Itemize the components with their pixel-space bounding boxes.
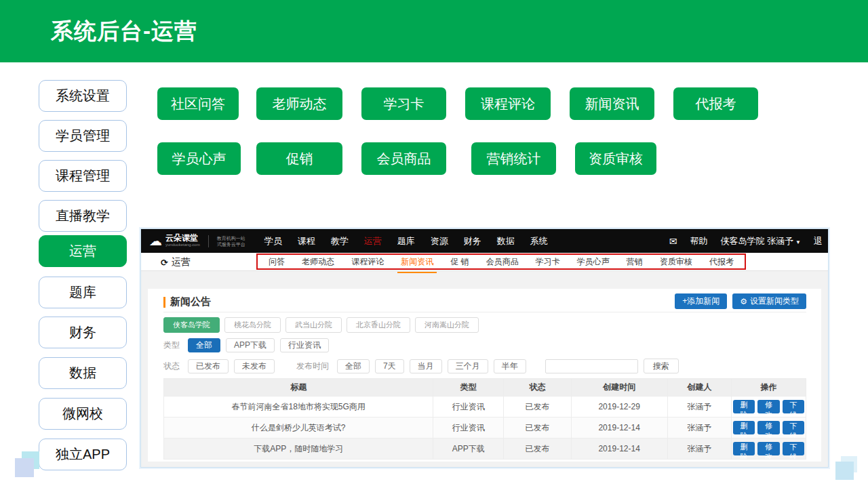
branch-songshan[interactable]: 河南嵩山分院: [415, 317, 479, 333]
offline-button[interactable]: 下线: [783, 421, 804, 434]
add-news-button[interactable]: +添加新闻: [675, 293, 727, 309]
tab-qa[interactable]: 问答: [269, 256, 285, 268]
brand-logo: ☁ 云朵课堂 yunduoketang.com 教育机构一站 式服务云平台: [149, 235, 245, 248]
news-creator: 张涵予: [668, 439, 732, 459]
nav-item-data[interactable]: 数据: [497, 235, 515, 247]
offline-button[interactable]: 下线: [783, 442, 804, 455]
table-row: 春节前河南全省18地市将实现5G商用 行业资讯 已发布 2019-12-29 张…: [164, 396, 806, 418]
cloud-icon: ☁: [149, 235, 162, 247]
mail-icon[interactable]: ✉: [669, 236, 677, 247]
search-input[interactable]: [545, 359, 638, 373]
sidebar-item-system-settings[interactable]: 系统设置: [39, 80, 127, 112]
sidebar-item-student-management[interactable]: 学员管理: [39, 120, 127, 152]
type-all[interactable]: 全部: [188, 338, 220, 352]
sidebar-item-operations[interactable]: 运营: [39, 235, 127, 267]
news-title: 春节前河南全省18地市将实现5G商用: [164, 396, 433, 417]
admin-nav-right: ✉ 帮助 侠客岛学院 张涵予▼ 退: [669, 235, 823, 247]
status-published[interactable]: 已发布: [188, 359, 229, 373]
decor-square-lavender: [15, 458, 34, 477]
table-row: 什么是剑桥少儿英语考试? 行业资讯 已发布 2019-12-14 张涵予 删除 …: [164, 418, 806, 439]
feature-button-marketing-stats[interactable]: 营销统计: [471, 142, 556, 175]
news-type: APP下载: [433, 439, 504, 459]
type-app-download[interactable]: APP下载: [226, 338, 275, 352]
nav-item-system[interactable]: 系统: [530, 235, 548, 247]
news-created: 2019-12-29: [572, 396, 668, 417]
nav-item-courses[interactable]: 课程: [298, 235, 315, 247]
offline-button[interactable]: 下线: [783, 400, 804, 413]
branch-taohuadao[interactable]: 桃花岛分院: [224, 317, 281, 333]
feature-button-study-card[interactable]: 学习卡: [361, 87, 446, 120]
tab-member-products[interactable]: 会员商品: [486, 256, 519, 268]
news-created: 2019-12-14: [572, 418, 668, 438]
section-divider: [163, 312, 806, 312]
col-created: 创建时间: [572, 379, 668, 396]
edit-button[interactable]: 修改: [757, 421, 779, 434]
edit-button[interactable]: 修改: [757, 400, 779, 413]
logo-divider: [208, 235, 209, 247]
feature-button-student-voice[interactable]: 学员心声: [157, 142, 241, 175]
page-header: 系统后台-运营: [0, 0, 868, 62]
nav-item-teaching[interactable]: 教学: [331, 235, 349, 247]
edit-button[interactable]: 修改: [757, 442, 779, 455]
tab-exam-registration[interactable]: 代报考: [709, 256, 734, 268]
nav-item-finance[interactable]: 财务: [464, 235, 481, 247]
feature-button-member-products[interactable]: 会员商品: [361, 142, 446, 175]
type-industry-news[interactable]: 行业资讯: [280, 338, 329, 352]
status-unpublished[interactable]: 未发布: [234, 359, 275, 373]
time-all[interactable]: 全部: [337, 359, 370, 373]
col-status: 状态: [504, 379, 571, 396]
tab-news[interactable]: 新闻资讯: [401, 256, 433, 268]
feature-button-community-qa[interactable]: 社区问答: [157, 87, 239, 120]
news-creator: 张涵予: [668, 418, 732, 438]
feature-button-teacher-updates[interactable]: 老师动态: [256, 87, 342, 120]
section-header: 新闻公告: [163, 296, 211, 308]
news-title: 什么是剑桥少儿英语考试?: [164, 418, 433, 438]
tab-marketing[interactable]: 营销: [627, 256, 643, 268]
tab-qualification-review[interactable]: 资质审核: [660, 256, 692, 268]
time-3-months[interactable]: 三个月: [448, 359, 488, 373]
search-button[interactable]: 搜索: [644, 359, 679, 373]
sidebar-item-course-management[interactable]: 课程管理: [39, 160, 127, 192]
help-link[interactable]: 帮助: [690, 235, 707, 247]
type-filter-row: 类型 全部 APP下载 行业资讯: [163, 338, 329, 352]
branch-xiakedao[interactable]: 侠客岛学院: [163, 317, 220, 333]
nav-item-resources[interactable]: 资源: [431, 235, 448, 247]
news-table: 标题 类型 状态 创建时间 创建人 操作 春节前河南全省18地市将实现5G商用 …: [163, 378, 806, 460]
feature-button-exam-registration[interactable]: 代报考: [673, 87, 758, 120]
set-news-type-button[interactable]: ⚙设置新闻类型: [732, 293, 806, 309]
admin-navbar: ☁ 云朵课堂 yunduoketang.com 教育机构一站 式服务云平台 学员…: [141, 229, 828, 253]
sidebar-item-micro-school[interactable]: 微网校: [39, 398, 127, 430]
time-half-year[interactable]: 半年: [494, 359, 526, 373]
feature-button-promotion[interactable]: 促销: [256, 142, 342, 175]
sidebar-item-standalone-app[interactable]: 独立APP: [39, 439, 127, 470]
tab-teacher-updates[interactable]: 老师动态: [302, 256, 334, 268]
tab-promotion[interactable]: 促 销: [450, 256, 469, 268]
nav-item-question-bank[interactable]: 题库: [397, 235, 415, 247]
col-creator: 创建人: [668, 379, 732, 396]
nav-item-students[interactable]: 学员: [264, 235, 282, 247]
sidebar-item-live-teaching[interactable]: 直播教学: [39, 200, 127, 232]
tab-student-voice[interactable]: 学员心声: [577, 256, 610, 268]
branch-xiangshan[interactable]: 北京香山分院: [347, 317, 410, 333]
tab-course-comments[interactable]: 课程评论: [351, 256, 384, 268]
time-7days[interactable]: 7天: [375, 359, 404, 373]
time-this-month[interactable]: 当月: [410, 359, 442, 373]
feature-button-qualification-review[interactable]: 资质审核: [575, 142, 656, 175]
branch-wudangshan[interactable]: 武当山分院: [285, 317, 342, 333]
feature-button-news[interactable]: 新闻资讯: [570, 87, 654, 120]
sidebar-item-finance[interactable]: 财务: [39, 317, 127, 348]
sidebar-item-question-bank[interactable]: 题库: [39, 277, 127, 308]
account-menu[interactable]: 侠客岛学院 张涵予▼: [720, 235, 801, 247]
nav-item-operations[interactable]: 运营: [364, 235, 382, 247]
col-actions: 操作: [732, 379, 806, 396]
tab-study-card[interactable]: 学习卡: [536, 256, 560, 268]
delete-button[interactable]: 删除: [733, 442, 755, 455]
news-status: 已发布: [504, 396, 571, 417]
logout-link[interactable]: 退: [814, 235, 823, 247]
status-filter-row: 状态 已发布 未发布 发布时间 全部 7天 当月 三个月 半年 搜索: [163, 359, 679, 373]
sidebar-item-data[interactable]: 数据: [39, 357, 127, 389]
delete-button[interactable]: 删除: [733, 421, 755, 434]
feature-button-course-comments[interactable]: 课程评论: [465, 87, 551, 120]
delete-button[interactable]: 删除: [733, 400, 755, 413]
brand-name: 云朵课堂: [165, 235, 200, 241]
